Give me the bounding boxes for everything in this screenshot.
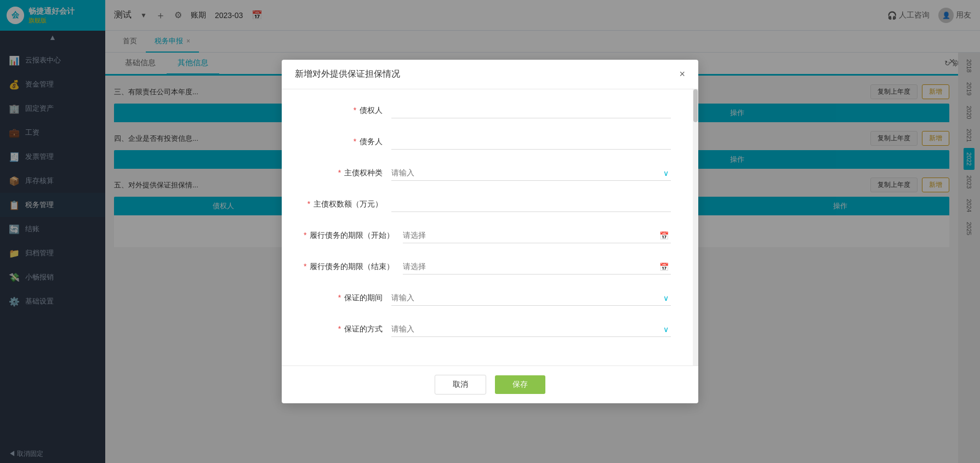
- modal-add-guarantee: 新增对外提供保证担保情况 × * 债权人 *: [282, 60, 698, 403]
- debtor-input-wrap: [391, 134, 671, 150]
- guarantee-period-label-text: 保证的期间: [344, 293, 383, 302]
- creditor-input[interactable]: [391, 102, 671, 118]
- save-button[interactable]: 保存: [495, 375, 545, 394]
- field-guarantee-period: * 保证的期间 ∨: [304, 290, 671, 306]
- guarantee-period-required-mark: *: [338, 293, 341, 302]
- perform-end-label: * 履行债务的期限（结束）: [304, 262, 403, 272]
- debtor-label-text: 债务人: [360, 137, 383, 146]
- perform-start-required-mark: *: [304, 231, 306, 239]
- debtor-required-mark: *: [354, 137, 356, 146]
- guarantee-method-label-text: 保证的方式: [344, 324, 383, 333]
- field-creditor: * 债权人: [304, 102, 671, 118]
- guarantee-period-input[interactable]: [391, 290, 671, 306]
- modal-scroll-area: * 债权人 * 债务人: [282, 89, 693, 365]
- guarantee-period-select-wrap: ∨: [391, 290, 671, 306]
- modal-close-icon[interactable]: ×: [679, 68, 685, 80]
- debt-type-required-mark: *: [338, 168, 341, 177]
- modal-scrollbar[interactable]: [693, 89, 698, 365]
- guarantee-method-label: * 保证的方式: [304, 324, 391, 334]
- perform-end-input[interactable]: [403, 259, 671, 275]
- perform-end-date-wrap: 📅: [403, 259, 671, 275]
- debt-type-input[interactable]: [391, 165, 671, 181]
- modal-backdrop: 新增对外提供保证担保情况 × * 债权人 *: [0, 0, 980, 463]
- field-perform-start: * 履行债务的期限（开始） 📅: [304, 227, 671, 243]
- field-guarantee-method: * 保证的方式 ∨: [304, 321, 671, 337]
- debt-amount-input-wrap: [391, 196, 671, 212]
- guarantee-method-required-mark: *: [338, 324, 341, 333]
- perform-start-input[interactable]: [403, 227, 671, 243]
- debt-type-select-wrap: ∨: [391, 165, 671, 181]
- creditor-label-text: 债权人: [360, 106, 383, 115]
- creditor-input-wrap: [391, 102, 671, 118]
- guarantee-method-input[interactable]: [391, 321, 671, 337]
- modal-body: * 债权人 * 债务人: [282, 89, 698, 365]
- modal-header: 新增对外提供保证担保情况 ×: [282, 60, 698, 89]
- guarantee-method-select-wrap: ∨: [391, 321, 671, 337]
- modal-title: 新增对外提供保证担保情况: [295, 68, 400, 80]
- debtor-input[interactable]: [391, 134, 671, 150]
- field-debt-type: * 主债权种类 ∨: [304, 165, 671, 181]
- debt-amount-required-mark: *: [307, 199, 310, 208]
- perform-end-required-mark: *: [304, 262, 306, 271]
- debtor-label: * 债务人: [304, 137, 391, 147]
- perform-start-date-wrap: 📅: [403, 227, 671, 243]
- perform-end-label-text: 履行债务的期限（结束）: [310, 262, 394, 271]
- cancel-button[interactable]: 取消: [435, 375, 486, 395]
- perform-start-label-text: 履行债务的期限（开始）: [310, 231, 394, 239]
- perform-start-label: * 履行债务的期限（开始）: [304, 231, 403, 241]
- field-debt-amount: * 主债权数额（万元）: [304, 196, 671, 212]
- field-debtor: * 债务人: [304, 134, 671, 150]
- modal-footer: 取消 保存: [282, 365, 698, 403]
- debt-amount-label: * 主债权数额（万元）: [304, 199, 391, 209]
- debt-amount-label-text: 主债权数额（万元）: [314, 199, 383, 208]
- field-perform-end: * 履行债务的期限（结束） 📅: [304, 259, 671, 275]
- creditor-label: * 债权人: [304, 106, 391, 116]
- debt-type-label-text: 主债权种类: [344, 168, 383, 177]
- debt-type-label: * 主债权种类: [304, 168, 391, 178]
- guarantee-period-label: * 保证的期间: [304, 293, 391, 303]
- modal-scrollbar-thumb: [693, 89, 698, 122]
- creditor-required-mark: *: [354, 106, 356, 115]
- debt-amount-input[interactable]: [391, 196, 671, 212]
